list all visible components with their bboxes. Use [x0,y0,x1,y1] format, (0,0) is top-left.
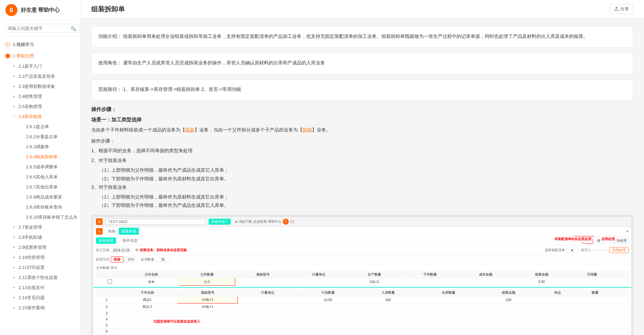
ss-btn-delete[interactable]: 删除 [582,238,593,244]
sidebar-item-help-docs[interactable]: − 2.帮助文档 [0,51,80,61]
assembly-link[interactable]: 组装 [185,127,195,132]
ss-sub-col-name: 子件名称 [117,289,177,296]
function-label: 功能介绍： [98,34,122,39]
sidebar-item-cases[interactable]: + 2.15操作案例 [13,303,80,313]
ss-subtab-attachment[interactable]: 附件信息 [120,237,140,244]
plus-icon-2-5: + [13,104,15,109]
table-row: 1 商品1 分钱(+1 10.00 100 100 [96,296,629,303]
plus-icon-2-10: + [13,255,15,260]
ss-input-agent[interactable] [592,249,606,251]
sidebar-item-payment[interactable]: + 2.13在线支付 [13,283,80,293]
ss-type-disassemble[interactable]: 拆卸 [125,257,138,263]
row-checkbox[interactable] [108,279,112,284]
sidebar-item-cost-adjust[interactable]: 2.6.5成本调整单 [26,162,80,172]
ss-sub-table-header-row: 子件名称 规格型号 计量单位 计划数量 入库数量 出库数量 核算金额 单位 数量 [96,289,629,296]
ss-label-bom: 选择装配清单 [545,248,565,253]
ss-cell-check[interactable] [96,278,124,286]
sidebar-item-cost-recalc[interactable]: 2.6.8商品成本重算 [26,192,80,202]
ss-label-qty: 处理数量 [141,257,154,262]
search-button[interactable]: 🔍 [70,26,76,31]
sidebar-item-stocktake[interactable]: 2.6.1盘点单 [26,122,80,132]
ss-field-billno: 单据编号 AD-20191226-001 [135,248,181,253]
sidebar-item-transfer[interactable]: 2.6.3调拨单 [26,142,80,152]
ss-text-helpcenter: 帮助中心 [268,219,281,224]
ss-close-btn[interactable]: ✕ [626,229,629,233]
sidebar-item-ledger-fix[interactable]: 2.6.10库存账本错了怎么办 [26,212,80,222]
ss-text-inspector: 总监检测 [253,219,267,224]
ss-col-parent-name: 父件名称 [123,271,179,278]
sidebar-item-mobile[interactable]: + 2.8手机旺铺 [13,232,80,242]
ss-tab-active: 新建单据二 [209,219,231,225]
ss-col-unit: 计量单位 [291,271,346,278]
ss-btn-enable[interactable]: 启用处理 [609,247,629,253]
sidebar-item-install[interactable]: + 2.2产品安装及登录 [13,71,80,81]
ss-main-toolbar: 加工日期 2019-12-26 单据编号 AD-20191226-001 选择装… [93,245,631,255]
ss-sub-col-in: 入库数量 [358,289,418,296]
minus-icon-2-6: − [13,114,15,119]
sidebar-item-operations[interactable]: + 2.10经营管理 [13,253,80,263]
ss-type-row: 处理方式 组装 拆卸 处理数量 26 [93,255,631,264]
search-input[interactable] [4,24,80,33]
function-text: 组装拆卸单用来处理企业组装或拆卸等加工业务，支持有固定装配清单的产品加工业务，也… [123,34,588,39]
table-row: 5 [96,323,629,329]
table-row: 米米 大方 1/张<1 0.00 [96,278,629,286]
ss-input-qty[interactable]: 26 [156,257,170,262]
ss-cell-cost [458,278,514,286]
function-intro-text: 功能介绍： 组装拆卸单用来处理企业组装或拆卸等加工业务，支持有固定装配清单的产品… [98,32,626,41]
page-title: 组装拆卸单 [91,5,125,14]
nav-section-docs: − 2.帮助文档 + 2.1新手入门 + 2.2产品安装及登录 + 2.3使用前… [0,51,80,313]
sidebar-item-system[interactable]: + 2.12系统个性化设置 [13,273,80,283]
ss-subtab-business[interactable]: 业务处理 [96,237,116,244]
step-3-1: （1）上部明细为父件明细，最终作为原材料生成其它出库单； [91,193,633,201]
sidebar-item-purchase[interactable]: + 2.5采购管理 [13,102,80,112]
sidebar-item-newcomer[interactable]: + 2.1新手入门 [13,61,80,71]
sidebar-label-docs: 2.帮助文档 [13,53,34,59]
step-2-2: （2）下部明细为子件明细，最终作为原材料生成其它出库单。 [91,175,633,183]
ss-value-date[interactable]: 2019-12-26 [111,248,132,253]
sidebar-item-finance[interactable]: + 2.7资金管理 [13,222,80,232]
ss-col-prod-qty: 生产数量 [346,271,402,278]
operations-title: 操作步骤： [91,106,633,113]
nav-section-video: + 1.视频学习 [0,39,80,50]
ss-type-assemble[interactable]: 组装 [111,257,123,263]
ss-cell-name: 米米 [123,278,179,286]
ss-subtabs: 业务处理 附件信息 删除 保存 审核并处理 [93,236,631,245]
disassembly-link[interactable]: 拆卸 [303,127,312,132]
table-row: 4 [96,317,629,323]
plus-icon-2-8: + [13,235,15,240]
path-content: 1、库存核算->库存管理->组装拆卸单 2、首页->常用功能 [123,87,241,92]
ss-btn-approve[interactable]: 审核并处理 [608,238,629,244]
sidebar-item-inventory[interactable]: − 2.6库存核算 [13,112,80,122]
share-button[interactable]: 分享 [610,4,633,14]
ss-sub-col-qty2: 数量 [576,289,614,296]
ss-tab-free[interactable]: 自由 [105,228,118,235]
ss-label-date: 加工日期 [96,248,109,253]
ss-avatar: C [283,219,289,225]
sidebar-item-partial-stocktake[interactable]: 2.6.2分量盘点单 [26,132,80,142]
path-text: 页面路径： 1、库存核算->库存管理->组装拆卸单 2、首页->常用功能 [98,85,626,94]
sidebar-item-other-outbound[interactable]: 2.6.7其他出库单 [26,182,80,192]
ss-toolbar-actions: 删除 保存 审核并处理 [582,238,629,244]
sidebar-item-sales[interactable]: + 2.4销售管理 [13,92,80,102]
ss-type-options: 组装 拆卸 [111,257,138,263]
ss-sub-col-plan: 计划数量 [298,289,358,296]
sidebar-item-faq[interactable]: + 2.14常见问题 [13,293,80,303]
ss-btn-save[interactable]: 保存 [595,238,606,244]
ss-select-bom[interactable]: ▼ [566,248,578,253]
sidebar-item-video-learning[interactable]: + 1.视频学习 [0,39,80,50]
sidebar-item-coupon[interactable]: + 2.9优惠券管理 [13,242,80,253]
ss-cell-parentqty[interactable]: 大方 [179,278,235,286]
ss-topbar: 6 TEST-H002 新建单据二 ⚙ App下载 总监检测 帮助中心 C CC [93,217,631,227]
ss-tab-new[interactable]: 新建单据 [119,228,139,235]
sidebar-item-print[interactable]: + 2.11打印设置 [13,263,80,273]
ss-col-cost: 成本金额 [458,271,514,278]
sidebar-item-assembly[interactable]: 2.6.4组装拆卸单 [26,152,80,162]
sidebar-item-data-prep[interactable]: + 2.3使用前数据准备 [13,81,80,92]
ss-icon-settings: ⚙ [235,220,238,224]
ss-value-billno[interactable]: AD-20191226-001 [150,248,181,253]
sidebar-item-other-inbound[interactable]: 2.6.6其他入库单 [26,172,80,182]
sidebar-item-inventory-ledger[interactable]: 2.6.9库存账本查询 [26,202,80,212]
plus-icon-2-9: + [13,245,15,250]
plus-icon-2-1: + [13,64,15,69]
ss-sub-row1-spec[interactable]: 分钱(+1 [177,296,238,303]
